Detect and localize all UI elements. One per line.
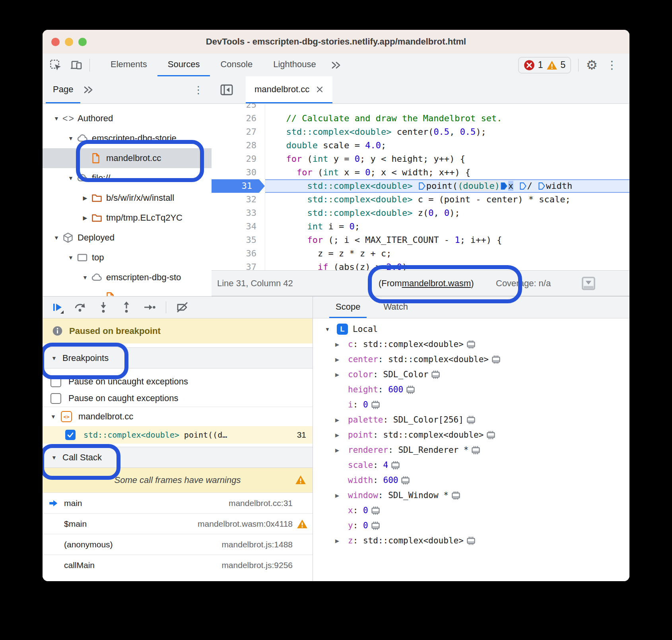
inspect-element-icon[interactable] <box>48 58 63 73</box>
tab-console[interactable]: Console <box>210 54 263 76</box>
expand-arrow-icon[interactable]: ▶ <box>335 357 348 363</box>
more-navigator-tabs-icon[interactable] <box>83 85 94 95</box>
tab-scope[interactable]: Scope <box>329 297 367 318</box>
expand-arrow-icon[interactable]: ▶ <box>335 341 348 347</box>
more-options-icon[interactable]: ⋮ <box>605 60 619 71</box>
line-number-gutter[interactable]: 28 <box>212 139 265 152</box>
breakpoint-entry[interactable]: std::complex<double> point((d… 31 <box>43 426 313 444</box>
deactivate-breakpoints-button[interactable] <box>176 301 189 314</box>
call-stack-frame[interactable]: main mandelbrot.cc:31 <box>43 493 313 513</box>
collapse-arrow-icon[interactable]: ▼ <box>325 326 337 332</box>
code-line[interactable]: 26 // Calculate and draw the Mandelbrot … <box>212 112 629 125</box>
local-scope-header[interactable]: ▼ L Local <box>313 322 629 337</box>
code-line[interactable]: 27 std::complex<double> center(0.5, 0.5)… <box>212 125 629 139</box>
inline-step-marker-icon[interactable] <box>538 181 545 194</box>
scope-variable[interactable]: ▶ point : std::complex<double> <box>313 427 629 442</box>
scope-variable[interactable]: x : 0 <box>313 503 629 518</box>
wasm-source-link[interactable]: mandelbrot.wasm <box>402 278 471 289</box>
settings-gear-icon[interactable]: ⚙ <box>586 58 598 72</box>
line-number-gutter[interactable]: 35 <box>212 233 265 247</box>
memory-icon[interactable] <box>371 521 381 530</box>
scope-variable[interactable]: ▶ palette : SDL_Color[256] <box>313 412 629 427</box>
line-number-gutter[interactable]: 29 <box>212 152 265 166</box>
resume-button[interactable] <box>50 301 64 314</box>
more-tabs-icon[interactable] <box>326 54 346 76</box>
code-line[interactable]: 34 int i = 0; <box>212 220 629 233</box>
memory-icon[interactable] <box>466 536 476 545</box>
memory-icon[interactable] <box>451 491 461 500</box>
line-number-gutter[interactable]: 27 <box>212 125 265 139</box>
code-line[interactable]: 28 double scale = 4.0; <box>212 139 629 152</box>
code-line[interactable]: 25 <box>212 103 629 112</box>
line-number-gutter[interactable]: 31 <box>212 179 265 193</box>
line-number-gutter[interactable]: 37 <box>212 260 265 270</box>
tree-item[interactable]: ▼ <> Authored <box>43 109 212 128</box>
line-number-gutter[interactable]: 30 <box>212 166 265 179</box>
scope-variable[interactable]: width : 600 <box>313 473 629 488</box>
memory-icon[interactable] <box>486 431 496 440</box>
collapse-arrow-icon[interactable]: ▼ <box>51 355 62 361</box>
call-stack-frame[interactable]: (anonymous) mandelbrot.js:1488 <box>43 534 313 555</box>
tab-elements[interactable]: Elements <box>100 54 157 76</box>
issues-badge[interactable]: 1 5 <box>518 57 571 74</box>
expand-arrow-icon[interactable]: ▶ <box>335 432 348 438</box>
call-stack-section-header[interactable]: ▼ Call Stack <box>43 447 313 468</box>
code-line[interactable]: 32 std::complex<double> c = (point - cen… <box>212 193 629 206</box>
code-line[interactable]: 30 for (int x = 0; x < width; x++) { <box>212 166 629 179</box>
expand-arrow-icon[interactable]: ▶ <box>335 538 348 544</box>
expand-arrow-icon[interactable]: ▼ <box>79 274 91 281</box>
call-stack-frame[interactable]: $main mandelbrot.wasm:0x4118 <box>43 513 313 534</box>
scope-variable[interactable]: ▶ c : std::complex<double> <box>313 337 629 352</box>
code-line[interactable]: 36 z = z * z + c; <box>212 247 629 260</box>
expand-arrow-icon[interactable]: ▶ <box>79 195 91 201</box>
breakpoint-checkbox[interactable] <box>65 430 76 440</box>
drawer-toggle-icon[interactable] <box>581 271 596 296</box>
code-line[interactable]: 29 for (int y = 0; y < height; y++) { <box>212 152 629 166</box>
close-window-button[interactable] <box>51 38 60 46</box>
scope-variable[interactable]: ▶ z : std::complex<double> <box>313 533 629 548</box>
checkbox[interactable] <box>50 376 61 387</box>
navigator-menu-icon[interactable]: ⋮ <box>193 84 204 96</box>
scope-variable[interactable]: ▶ color : SDL_Color <box>313 367 629 382</box>
maximize-window-button[interactable] <box>78 38 87 46</box>
expand-arrow-icon[interactable]: ▼ <box>50 115 62 122</box>
scope-variable[interactable]: scale : 4 <box>313 458 629 473</box>
inline-step-marker-icon[interactable] <box>520 181 526 194</box>
exception-option[interactable]: Pause on uncaught exceptions <box>43 373 313 390</box>
memory-icon[interactable] <box>406 385 416 394</box>
tree-item[interactable]: ▶ b/s/w/ir/x/w/install <box>43 188 212 208</box>
memory-icon[interactable] <box>491 355 501 364</box>
tab-watch[interactable]: Watch <box>377 297 414 318</box>
code-line[interactable]: 37 if (abs(z) > 2.0) <box>212 260 629 270</box>
line-number-gutter[interactable]: 25 <box>212 103 265 112</box>
tree-item[interactable] <box>43 287 212 296</box>
step-out-button[interactable] <box>120 301 133 314</box>
tree-item[interactable]: ▼ emscripten-dbg-storie <box>43 128 212 148</box>
tree-item[interactable]: ▼ file:// <box>43 168 212 188</box>
exception-option[interactable]: Pause on caught exceptions <box>43 390 313 407</box>
scope-variable[interactable]: ▶ renderer : SDL_Renderer * <box>313 442 629 458</box>
step-button[interactable] <box>143 301 156 314</box>
memory-icon[interactable] <box>371 400 381 409</box>
checkbox[interactable] <box>50 393 61 404</box>
expand-arrow-icon[interactable]: ▶ <box>79 215 91 221</box>
expand-arrow-icon[interactable]: ▼ <box>65 175 77 181</box>
tree-item[interactable]: ▶ tmp/tmp.ELcTq2YC <box>43 208 212 228</box>
close-tab-icon[interactable] <box>316 85 324 93</box>
tab-sources[interactable]: Sources <box>157 54 210 76</box>
collapse-arrow-icon[interactable]: ▼ <box>51 454 62 461</box>
line-number-gutter[interactable]: 36 <box>212 247 265 260</box>
memory-icon[interactable] <box>431 370 441 379</box>
expand-arrow-icon[interactable]: ▶ <box>335 417 348 423</box>
tree-item[interactable]: mandelbrot.cc <box>43 148 212 168</box>
breakpoint-file-group[interactable]: ▼ <> mandelbrot.cc <box>43 407 313 426</box>
expand-arrow-icon[interactable]: ▶ <box>335 493 348 498</box>
scope-variable[interactable]: ▶ window : SDL_Window * <box>313 488 629 503</box>
scope-variable[interactable]: ▶ center : std::complex<double> <box>313 352 629 367</box>
memory-icon[interactable] <box>371 506 381 515</box>
memory-icon[interactable] <box>466 340 476 349</box>
scope-variable[interactable]: height : 600 <box>313 382 629 397</box>
scope-variable[interactable]: y : 0 <box>313 518 629 533</box>
current-position-marker-icon[interactable] <box>501 181 507 194</box>
breakpoints-section-header[interactable]: ▼ Breakpoints <box>43 347 313 368</box>
